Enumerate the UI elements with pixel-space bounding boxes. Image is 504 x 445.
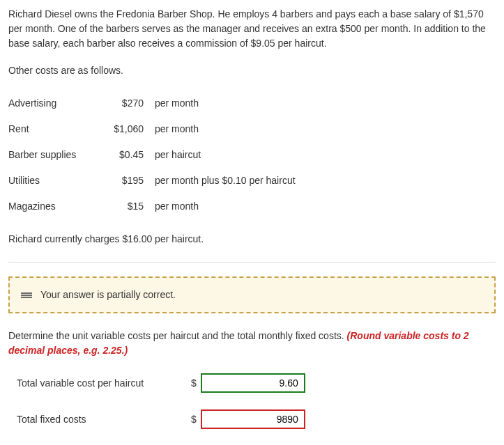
partial-correct-icon	[21, 292, 32, 298]
variable-cost-label: Total variable cost per haircut	[17, 376, 191, 391]
table-row: Barber supplies $0.45 per haircut	[8, 142, 304, 168]
currency-symbol: $	[191, 376, 197, 391]
alert-text: Your answer is partially correct.	[40, 288, 176, 302]
cost-unit: per month	[155, 116, 304, 142]
cost-amount: $0.45	[99, 142, 155, 168]
cost-amount: $1,060	[99, 116, 155, 142]
answer-row-variable: Total variable cost per haircut $	[17, 373, 496, 393]
section-divider	[8, 262, 496, 263]
cost-item: Magazines	[8, 194, 99, 219]
cost-item: Barber supplies	[8, 142, 99, 168]
cost-table: Advertising $270 per month Rent $1,060 p…	[8, 91, 304, 219]
fixed-cost-input[interactable]	[201, 409, 305, 429]
cost-unit: per month	[155, 91, 304, 116]
cost-item: Utilities	[8, 168, 99, 194]
answer-row-fixed: Total fixed costs $	[17, 409, 496, 429]
cost-item: Rent	[8, 116, 99, 142]
problem-intro: Richard Diesel owns the Fredonia Barber …	[8, 7, 496, 51]
table-row: Magazines $15 per month	[8, 194, 304, 219]
cost-amount: $270	[99, 91, 155, 116]
variable-cost-input[interactable]	[201, 373, 305, 393]
cost-unit: per month plus $0.10 per haircut	[155, 168, 304, 194]
charge-line: Richard currently charges $16.00 per hai…	[8, 232, 496, 247]
instruction-text: Determine the unit variable costs per ha…	[8, 329, 496, 358]
cost-item: Advertising	[8, 91, 99, 116]
cost-unit: per month	[155, 194, 304, 219]
currency-symbol: $	[191, 412, 197, 427]
table-row: Advertising $270 per month	[8, 91, 304, 116]
instruction-plain: Determine the unit variable costs per ha…	[8, 330, 347, 341]
fixed-cost-label: Total fixed costs	[17, 412, 191, 427]
cost-amount: $15	[99, 194, 155, 219]
cost-unit: per haircut	[155, 142, 304, 168]
table-row: Utilities $195 per month plus $0.10 per …	[8, 168, 304, 194]
partial-correct-alert: Your answer is partially correct.	[8, 276, 496, 313]
other-costs-heading: Other costs are as follows.	[8, 63, 496, 78]
cost-amount: $195	[99, 168, 155, 194]
table-row: Rent $1,060 per month	[8, 116, 304, 142]
